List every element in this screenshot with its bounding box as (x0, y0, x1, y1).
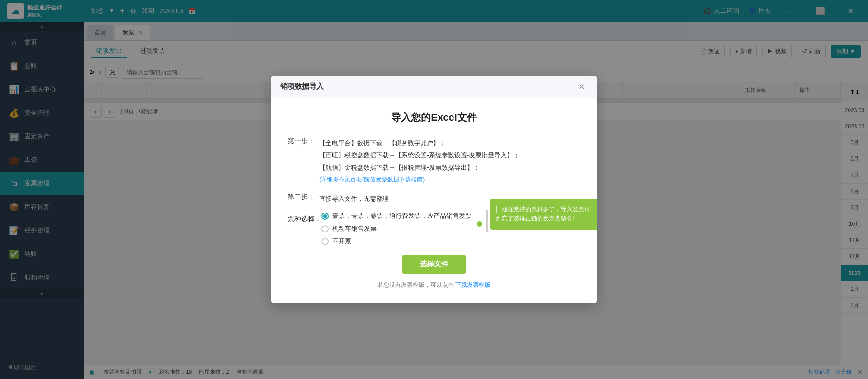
tooltip-dot (477, 221, 482, 227)
radio-motor[interactable]: 机动车销售发票 (321, 225, 472, 233)
radio-normal-circle (321, 213, 329, 220)
step1-content: 【全电平台】数据下载→【税务数字账户】； 【百旺】税控盘数据下载→【系统设置-系… (319, 137, 519, 185)
radio-motor-label: 机动车销售发票 (332, 225, 377, 233)
tooltip-popup: 现在支持的票种多了，导入发票时别忘了选择正确的发票类型呀! ✕ (490, 199, 597, 230)
step1-link-container: (详细操作见百旺/航信发票数据下载指南) (319, 173, 519, 185)
radio-none[interactable]: 不开票 (321, 237, 472, 246)
tooltip-line (486, 210, 488, 232)
step1-guide-link[interactable]: (详细操作见百旺/航信发票数据下载指南) (319, 176, 425, 183)
modal-main-title: 导入您的Excel文件 (288, 111, 580, 124)
modal-footer-text: 若您没有发票模版，可以点击 下载发票模版 (288, 281, 580, 293)
modal-body: 导入您的Excel文件 第一步： 【全电平台】数据下载→【税务数字账户】； 【百… (271, 98, 597, 303)
step1-label: 第一步： (288, 137, 319, 146)
ticket-type-section: 票种选择： 普票，专票，卷票，通行费发票，农产品销售发票 机动车销售发票 (288, 212, 580, 246)
radio-none-label: 不开票 (332, 237, 351, 246)
radio-normal-label: 普票，专票，卷票，通行费发票，农产品销售发票 (332, 212, 472, 220)
modal-dialog: 销项数据导入 ✕ 导入您的Excel文件 第一步： 【全电平台】数据下载→【税务… (271, 76, 597, 303)
step1-line3: 【航信】金税盘数据下载→【报税管理-发票数据导出】； (319, 161, 519, 174)
radio-motor-circle (321, 225, 329, 232)
radio-group: 普票，专票，卷票，通行费发票，农产品销售发票 机动车销售发票 不开票 (321, 212, 472, 246)
modal-title: 销项数据导入 (280, 82, 324, 91)
modal-close-button[interactable]: ✕ (575, 81, 588, 93)
step1-row: 第一步： 【全电平台】数据下载→【税务数字账户】； 【百旺】税控盘数据下载→【系… (288, 137, 580, 185)
download-template-link[interactable]: 下载发票模版 (455, 281, 491, 288)
tooltip-bar-icon (496, 206, 497, 213)
ticket-label: 票种选择： (288, 212, 321, 226)
modal-header: 销项数据导入 ✕ (271, 76, 597, 98)
radio-none-circle (321, 238, 329, 245)
select-file-button[interactable]: 选择文件 (402, 255, 466, 274)
radio-normal[interactable]: 普票，专票，卷票，通行费发票，农产品销售发票 (321, 212, 472, 220)
modal-overlay[interactable]: 销项数据导入 ✕ 导入您的Excel文件 第一步： 【全电平台】数据下载→【税务… (0, 0, 868, 379)
step2-label: 第二步： (288, 193, 319, 201)
step1-line1: 【全电平台】数据下载→【税务数字账户】； (319, 137, 519, 149)
step2-content: 直接导入文件，无需整理 (319, 193, 389, 205)
step1-line2: 【百旺】税控盘数据下载→【系统设置-系统参数设置-发票批量导入】； (319, 149, 519, 161)
tooltip-text: 现在支持的票种多了，导入发票时别忘了选择正确的发票类型呀! (496, 206, 590, 222)
